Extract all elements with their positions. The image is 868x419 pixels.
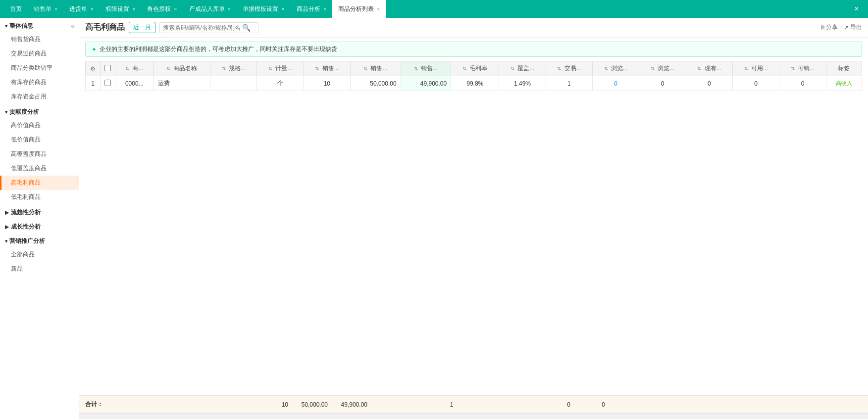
col-coverage[interactable]: ⇅ 覆盖... (499, 61, 546, 76)
info-banner: ✦ 企业的主要的利润都是这部分商品创造的，可考虑加大推广，同时关注库存是不要出现… (85, 42, 862, 57)
col-stock1[interactable]: ⇅ 现有... (686, 61, 732, 76)
col-settings[interactable]: ⚙ (86, 61, 101, 76)
nav-roles-close[interactable]: × (174, 6, 177, 12)
sort-icon-sales2: ⇅ (363, 66, 367, 71)
sidebar-group-growth-label: 成长性分析 (11, 223, 41, 231)
col-spec[interactable]: ⇅ 规格... (210, 61, 257, 76)
close-all-button[interactable]: × (849, 1, 864, 16)
col-checkbox[interactable] (101, 61, 115, 76)
nav-template[interactable]: 单据模板设置 × (237, 0, 290, 18)
nav-roles[interactable]: 角色授权 × (141, 0, 183, 18)
cell-transactions: 1 (546, 76, 592, 91)
nav-sales-close[interactable]: × (54, 6, 57, 12)
footer-label: 合计： (85, 400, 154, 409)
footer-transactions: 1 (437, 401, 466, 408)
footer-sales3: 49,900.00 (328, 401, 367, 408)
col-sales3[interactable]: ⇅ 销售... (401, 61, 451, 76)
sidebar-item-new-goods[interactable]: 新品 (0, 262, 79, 276)
nav-goods-analysis[interactable]: 商品分析 × (291, 0, 332, 18)
nav-sales-label: 销售单 (34, 5, 51, 13)
table-row: 1 0000... 运费 个 10 50,000.00 49,900.00 99… (86, 76, 862, 91)
sidebar-group-contribution[interactable]: ▾ 贡献度分析 (0, 104, 79, 118)
sidebar-group-overall[interactable]: ▾ 整体信息 (0, 18, 79, 32)
data-table: ⚙ ⇅ 商... ⇅ 商品名称 (85, 61, 862, 91)
col-transactions[interactable]: ⇅ 交易... (546, 61, 592, 76)
info-icon: ✦ (92, 46, 97, 53)
sidebar-item-low-value[interactable]: 低价值商品 (0, 133, 79, 147)
nav-purchase[interactable]: 进货单 × (63, 0, 99, 18)
sidebar-item-low-margin[interactable]: 低毛利商品 (0, 190, 79, 204)
nav-permissions-close[interactable]: × (132, 6, 135, 12)
col-sales3-label: 销售... (421, 65, 438, 72)
sidebar-group-marketing[interactable]: ▾ 营销推广分析 (0, 233, 79, 247)
table-container[interactable]: ⚙ ⇅ 商... ⇅ 商品名称 (79, 61, 868, 395)
sidebar-item-high-value[interactable]: 高价值商品 (0, 118, 79, 133)
search-input[interactable] (163, 24, 242, 31)
col-sales1[interactable]: ⇅ 销售... (304, 61, 350, 76)
cell-coverage: 1.49% (499, 76, 546, 91)
nav-purchase-close[interactable]: × (90, 6, 93, 12)
sidebar-item-category-rate[interactable]: 商品分类助销率 (0, 61, 79, 75)
settings-icon[interactable]: ⚙ (90, 65, 96, 72)
col-tag[interactable]: 标签 (826, 61, 862, 76)
info-banner-text: 企业的主要的利润都是这部分商品创造的，可考虑加大推广，同时关注库存是不要出现缺货 (100, 45, 337, 53)
search-icon[interactable]: 🔍 (242, 24, 251, 32)
col-sales2[interactable]: ⇅ 销售... (351, 61, 401, 76)
col-name[interactable]: ⇅ 商品名称 (153, 61, 210, 76)
content-area: 高毛利商品 近一月 🔍 ⎘ 分享 ↗ 导出 ✦ 企业的主要的利润都是这部分商品创… (79, 18, 868, 419)
sidebar-item-sales-goods[interactable]: 销售货商品 (0, 32, 79, 47)
filter-recent-month[interactable]: 近一月 (129, 22, 155, 33)
col-browse1[interactable]: ⇅ 浏览... (593, 61, 639, 76)
share-icon: ⎘ (821, 24, 824, 31)
col-stock3[interactable]: ⇅ 可销... (779, 61, 826, 76)
sidebar-item-high-coverage[interactable]: 高覆盖度商品 (0, 147, 79, 161)
browse1-link[interactable]: 0 (614, 80, 617, 87)
sidebar-item-in-stock[interactable]: 有库存的商品 (0, 75, 79, 90)
horizontal-scrollbar[interactable] (79, 413, 868, 419)
nav-home[interactable]: 首页 (4, 0, 28, 18)
col-browse2[interactable]: ⇅ 浏览... (639, 61, 686, 76)
nav-sales[interactable]: 销售单 × (28, 0, 63, 18)
nav-template-close[interactable]: × (281, 6, 284, 12)
select-all-checkbox[interactable] (104, 65, 111, 71)
cell-sales2: 50,000.00 (351, 76, 401, 91)
footer-totals: 合计： 10 50,000.00 49,900.00 1 0 0 (79, 395, 868, 413)
nav-permissions[interactable]: 权限设置 × (100, 0, 141, 18)
col-transactions-label: 交易... (564, 65, 581, 72)
export-button[interactable]: ↗ 导出 (844, 23, 862, 32)
footer-stock2: 0 (570, 401, 605, 408)
sidebar-item-all-goods[interactable]: 全部商品 (0, 247, 79, 262)
col-unit[interactable]: ⇅ 计量... (257, 61, 304, 76)
sidebar-group-trend[interactable]: ▶ 流趋性分析 (0, 204, 79, 219)
sidebar: « ▾ 整体信息 销售货商品 交易过的商品 商品分类助销率 有库存的商品 库存资… (0, 18, 79, 419)
arrow-down-icon-2: ▾ (5, 109, 7, 115)
nav-finished-goods-close[interactable]: × (228, 6, 231, 12)
cell-sales1: 10 (304, 76, 350, 91)
sidebar-collapse-button[interactable]: « (71, 22, 75, 30)
col-code[interactable]: ⇅ 商... (115, 61, 154, 76)
sort-icon-stock2: ⇅ (744, 66, 748, 71)
footer-sales1: 10 (254, 401, 288, 408)
nav-goods-analysis-list[interactable]: 商品分析列表 × (332, 0, 386, 18)
col-coverage-label: 覆盖... (517, 65, 534, 72)
share-button[interactable]: ⎘ 分享 (821, 23, 838, 32)
sidebar-item-stock-capital[interactable]: 库存资金占用 (0, 90, 79, 104)
sort-icon-browse1: ⇅ (604, 66, 608, 71)
search-box: 🔍 (159, 22, 258, 33)
sidebar-group-growth[interactable]: ▶ 成长性分析 (0, 219, 79, 233)
sidebar-item-low-coverage[interactable]: 低覆盖度商品 (0, 161, 79, 176)
col-stock2[interactable]: ⇅ 可用... (733, 61, 779, 76)
sidebar-item-high-margin[interactable]: 高毛利商品 (0, 176, 79, 190)
col-gross-rate[interactable]: ⇅ 毛利率 (451, 61, 499, 76)
row-checkbox[interactable] (104, 80, 111, 86)
export-icon: ↗ (844, 24, 849, 31)
sort-icon-name: ⇅ (166, 66, 170, 71)
arrow-down-icon-3: ▾ (5, 238, 7, 244)
sort-icon: ⇅ (125, 66, 129, 71)
nav-goods-analysis-list-close[interactable]: × (377, 6, 380, 12)
cell-browse1[interactable]: 0 (593, 76, 639, 91)
nav-goods-analysis-close[interactable]: × (323, 6, 326, 12)
nav-finished-goods[interactable]: 产成品入库单 × (183, 0, 237, 18)
cell-checkbox[interactable] (101, 76, 115, 91)
sidebar-item-traded-goods[interactable]: 交易过的商品 (0, 47, 79, 61)
